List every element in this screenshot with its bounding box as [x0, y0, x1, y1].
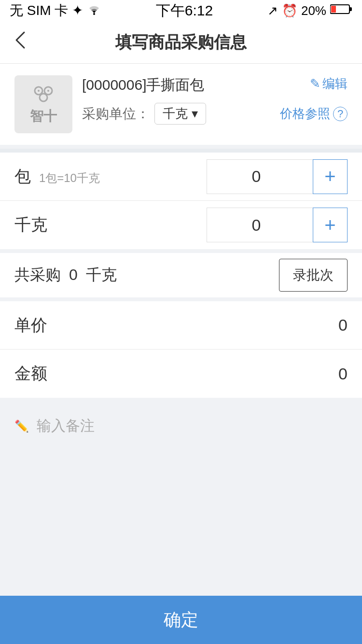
amount-row: 金额 0 — [0, 350, 362, 398]
product-info: [0000006]手撕面包 ✎ 编辑 采购单位： 千克 ▾ 价格参照 ? — [82, 75, 348, 125]
price-ref-button[interactable]: 价格参照 ? — [280, 105, 348, 122]
bag-sublabel: 1包=10千克 — [39, 171, 100, 184]
battery-icon — [330, 3, 352, 18]
pencil-icon: ✏️ — [14, 420, 29, 433]
help-icon: ? — [333, 107, 348, 121]
wifi-icon — [87, 3, 101, 18]
bag-quantity-input[interactable] — [207, 159, 313, 194]
total-prefix: 共采购 — [14, 266, 61, 283]
status-time: 下午6:12 — [156, 1, 213, 21]
edit-icon: ✎ — [310, 76, 320, 91]
kg-quantity-input[interactable] — [207, 208, 313, 242]
amount-label: 金额 — [14, 363, 47, 385]
total-amount: 0 — [69, 266, 78, 283]
quantity-section: 包 1包=10千克 + 千克 + — [0, 153, 362, 253]
page-title: 填写商品采购信息 — [115, 31, 247, 54]
unit-value: 千克 — [163, 105, 188, 122]
notes-placeholder: 输入备注 — [37, 416, 95, 436]
status-left: 无 SIM 卡 ✦ — [10, 1, 101, 20]
confirm-button[interactable]: 确定 — [0, 596, 362, 644]
divider-1 — [0, 149, 362, 153]
bottom-spacer — [0, 498, 362, 546]
edit-button[interactable]: ✎ 编辑 — [310, 75, 348, 92]
location-icon: ↗ — [267, 3, 278, 18]
kg-plus-button[interactable]: + — [313, 208, 348, 242]
price-section: 单价 0 金额 0 — [0, 301, 362, 402]
unit-price-row: 单价 0 — [0, 301, 362, 350]
bag-plus-button[interactable]: + — [313, 159, 348, 194]
svg-point-7 — [38, 90, 40, 92]
product-card: 智十 [0000006]手撕面包 ✎ 编辑 采购单位： 千克 ▾ 价格参照 ? — [0, 64, 362, 149]
svg-point-8 — [47, 90, 49, 92]
bag-label: 包 — [14, 167, 31, 185]
back-button[interactable] — [14, 30, 26, 54]
svg-point-0 — [93, 13, 95, 15]
product-image: 智十 — [14, 75, 72, 133]
quantity-row-kg: 千克 + — [0, 201, 362, 249]
status-right: ↗ ⏰ 20% — [267, 3, 352, 18]
unit-price-value: 0 — [338, 316, 348, 335]
quantity-row-bag: 包 1包=10千克 + — [0, 153, 362, 201]
svg-point-6 — [40, 94, 47, 101]
product-name: [0000006]手撕面包 — [82, 75, 204, 95]
product-logo: 智十 — [30, 107, 57, 126]
total-text: 共采购 0 千克 — [14, 265, 117, 286]
notes-section[interactable]: ✏️ 输入备注 — [0, 402, 362, 498]
dropdown-icon: ▾ — [192, 106, 198, 121]
svg-rect-2 — [349, 7, 352, 11]
alarm-icon: ⏰ — [282, 3, 297, 18]
nav-bar: 填写商品采购信息 — [0, 21, 362, 64]
total-unit: 千克 — [86, 266, 117, 283]
kg-label: 千克 — [14, 215, 47, 234]
amount-value: 0 — [338, 364, 348, 383]
price-ref-label: 价格参照 — [280, 105, 330, 122]
svg-rect-3 — [331, 6, 336, 13]
sim-label: 无 SIM 卡 ✦ — [10, 1, 83, 20]
total-row: 共采购 0 千克 录批次 — [0, 253, 362, 301]
unit-selector[interactable]: 千克 ▾ — [154, 103, 206, 125]
batch-button[interactable]: 录批次 — [279, 259, 348, 292]
status-bar: 无 SIM 卡 ✦ 下午6:12 ↗ ⏰ 20% — [0, 0, 362, 21]
unit-label: 采购单位： — [82, 105, 150, 123]
battery-label: 20% — [301, 3, 326, 18]
unit-price-label: 单价 — [14, 314, 47, 336]
confirm-label: 确定 — [164, 608, 198, 632]
